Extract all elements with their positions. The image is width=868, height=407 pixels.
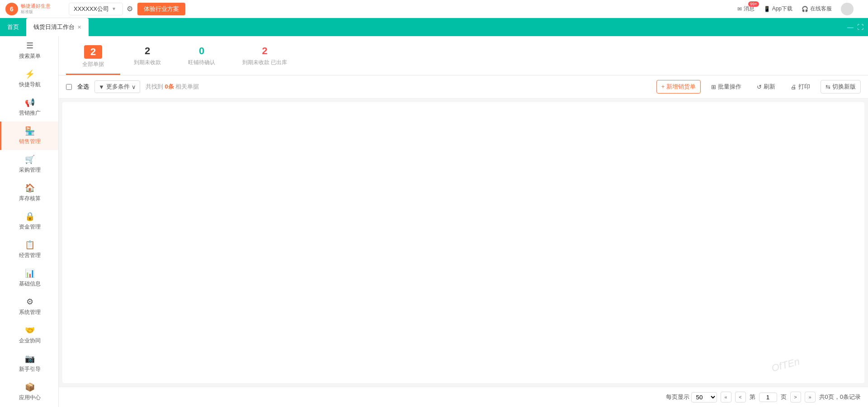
sidebar-item-enterprise-coop[interactable]: 🤝 企业协同 xyxy=(0,321,58,349)
add-sales-button[interactable]: + 新增销货单 xyxy=(656,80,701,94)
prev-page-button[interactable]: < xyxy=(735,392,746,402)
filter-icon: ▼ xyxy=(99,84,104,90)
sidebar-item-marketing[interactable]: 📢 营销推广 xyxy=(0,93,58,122)
stat-tab-overdue-shipped[interactable]: 2 到期未收款 已出库 xyxy=(229,42,301,75)
sidebar-item-quick-nav[interactable]: ⚡ 快捷导航 xyxy=(0,65,58,93)
batch-label: 批量操作 xyxy=(718,83,741,91)
sidebar-label-app-center: 应用中心 xyxy=(19,394,41,402)
per-page-label: 每页显示 xyxy=(666,393,689,401)
sidebar-label-sales-mgmt: 销售管理 xyxy=(19,138,41,145)
sidebar-item-operations-mgmt[interactable]: 📋 经营管理 xyxy=(0,235,58,264)
content-area: 2 全部单据 2 到期未收款 0 旺铺待确认 2 到期未收款 已出库 全选 ▼ … xyxy=(59,36,868,407)
last-page-button[interactable]: » xyxy=(805,392,816,402)
stats-tabs: 2 全部单据 2 到期未收款 0 旺铺待确认 2 到期未收款 已出库 xyxy=(59,36,868,75)
stat-number-pending: 0 xyxy=(199,45,204,57)
found-count: 0条 xyxy=(165,83,174,90)
page-prefix-label: 第 xyxy=(750,393,755,401)
tab-maximize-icon[interactable]: ⛶ xyxy=(857,23,863,31)
operations-mgmt-icon: 📋 xyxy=(25,240,35,250)
tab-work-bench-label: 钱货日清工作台 xyxy=(33,23,75,31)
filter-button[interactable]: ▼ 更多条件 ∨ xyxy=(94,80,140,93)
purchase-mgmt-icon: 🛒 xyxy=(25,154,35,164)
print-label: 打印 xyxy=(798,83,810,91)
avatar[interactable] xyxy=(841,3,854,15)
sidebar-label-enterprise-coop: 企业协同 xyxy=(19,337,41,345)
sidebar-item-capital-mgmt[interactable]: 🔒 资金管理 xyxy=(0,207,58,235)
app-download-label: App下载 xyxy=(772,5,793,13)
switch-label: 切换新版 xyxy=(832,83,856,91)
sidebar-label-system-mgmt: 系统管理 xyxy=(19,309,41,316)
top-header: 6 畅捷通好生意 标准版 XXXXXX公司 ▼ ⚙ 体验行业方案 ✉ 消息 99… xyxy=(0,0,868,18)
system-mgmt-icon: ⚙ xyxy=(26,297,33,307)
total-records-label: 共0页，0条记录 xyxy=(819,393,861,401)
sidebar-label-quick-nav: 快捷导航 xyxy=(19,81,41,89)
print-icon: 🖨 xyxy=(791,84,797,90)
select-all-label: 全选 xyxy=(77,83,89,91)
stat-label-pending: 旺铺待确认 xyxy=(188,59,215,66)
sidebar-item-basic-info[interactable]: 📊 基础信息 xyxy=(0,264,58,292)
batch-icon: ⊞ xyxy=(711,84,716,90)
related-label: 相关单据 xyxy=(175,83,199,90)
filter-label: 更多条件 xyxy=(106,83,130,91)
logo-icon: 6 xyxy=(5,3,18,15)
online-service-icon: 🎧 xyxy=(802,6,808,12)
app-download-icon: 📱 xyxy=(764,6,770,12)
online-service-btn[interactable]: 🎧 在线客服 xyxy=(802,5,832,13)
toolbar: 全选 ▼ 更多条件 ∨ 共找到 0条 相关单据 + 新增销货单 ⊞ 批量操作 ↺ xyxy=(59,75,868,98)
sidebar-label-capital-mgmt: 资金管理 xyxy=(19,223,41,231)
stat-tab-pending[interactable]: 0 旺铺待确认 xyxy=(175,42,229,75)
print-button[interactable]: 🖨 打印 xyxy=(786,80,815,94)
stat-tab-all[interactable]: 2 全部单据 xyxy=(66,42,120,75)
quick-nav-icon: ⚡ xyxy=(25,69,35,79)
logo-badge: 标准版 xyxy=(21,9,51,15)
stat-label-overdue-shipped: 到期未收款 已出库 xyxy=(242,59,287,66)
enterprise-coop-icon: 🤝 xyxy=(25,325,35,335)
found-text: 共找到 0条 相关单据 xyxy=(146,83,199,91)
next-page-button[interactable]: > xyxy=(790,392,801,402)
tab-work-bench[interactable]: 钱货日清工作台 ✕ xyxy=(26,18,89,36)
company-selector[interactable]: XXXXXX公司 ▼ xyxy=(69,3,123,15)
toolbar-actions: + 新增销货单 ⊞ 批量操作 ↺ 刷新 🖨 打印 ⇆ 切换新版 xyxy=(656,80,861,94)
stat-tab-overdue[interactable]: 2 到期未收款 xyxy=(120,42,175,75)
sidebar-label-purchase-mgmt: 采购管理 xyxy=(19,166,41,174)
tab-bar: 首页 钱货日清工作台 ✕ — ⛶ xyxy=(0,18,868,36)
sidebar-item-inventory[interactable]: 🏠 库存核算 xyxy=(0,178,58,207)
tab-minimize-icon[interactable]: — xyxy=(847,23,854,31)
notification-btn[interactable]: ✉ 消息 99+ xyxy=(737,5,755,13)
per-page-select[interactable]: 50 100 xyxy=(691,392,717,402)
tab-home[interactable]: 首页 xyxy=(0,18,26,36)
notification-badge: 99+ xyxy=(748,1,759,7)
batch-ops-button[interactable]: ⊞ 批量操作 xyxy=(706,80,746,94)
table-area xyxy=(62,102,864,383)
sidebar-item-purchase-mgmt[interactable]: 🛒 采购管理 xyxy=(0,150,58,178)
refresh-button[interactable]: ↺ 刷新 xyxy=(752,80,780,94)
logo-area: 6 畅捷通好生意 标准版 xyxy=(5,3,64,15)
sidebar-item-app-center[interactable]: 📦 应用中心 xyxy=(0,378,58,406)
company-name: XXXXXX公司 xyxy=(74,5,109,13)
sidebar-label-new-guide: 新手引导 xyxy=(19,365,41,373)
sales-mgmt-icon: 🏪 xyxy=(25,126,35,136)
sidebar-label-search-menu: 搜索菜单 xyxy=(19,52,41,60)
main-layout: ☰ 搜索菜单 ⚡ 快捷导航 📢 营销推广 🏪 销售管理 🛒 采购管理 🏠 库存核… xyxy=(0,36,868,407)
marketing-icon: 📢 xyxy=(25,98,35,108)
sidebar-item-search-menu[interactable]: ☰ 搜索菜单 xyxy=(0,36,58,65)
tab-bar-actions: — ⛶ xyxy=(847,23,868,31)
page-suffix-label: 页 xyxy=(781,393,787,401)
switch-version-button[interactable]: ⇆ 切换新版 xyxy=(821,80,861,94)
tab-close-icon[interactable]: ✕ xyxy=(77,24,81,30)
sidebar-item-new-guide[interactable]: 📷 新手引导 xyxy=(0,349,58,378)
first-page-button[interactable]: « xyxy=(721,392,731,402)
trial-button[interactable]: 体验行业方案 xyxy=(137,3,185,15)
online-service-label: 在线客服 xyxy=(810,5,832,13)
select-all-checkbox[interactable] xyxy=(66,84,72,90)
sidebar-label-basic-info: 基础信息 xyxy=(19,280,41,288)
stat-number-overdue-shipped: 2 xyxy=(262,45,268,57)
header-right: ✉ 消息 99+ 📱 App下载 🎧 在线客服 xyxy=(737,3,863,15)
found-prefix: 共找到 xyxy=(146,83,163,90)
settings-icon[interactable]: ⚙ xyxy=(127,5,133,13)
sidebar-item-sales-mgmt[interactable]: 🏪 销售管理 xyxy=(0,122,58,150)
sidebar-item-system-mgmt[interactable]: ⚙ 系统管理 xyxy=(0,292,58,321)
app-center-icon: 📦 xyxy=(25,382,35,392)
page-number-input[interactable] xyxy=(759,393,777,402)
app-download-btn[interactable]: 📱 App下载 xyxy=(764,5,793,13)
